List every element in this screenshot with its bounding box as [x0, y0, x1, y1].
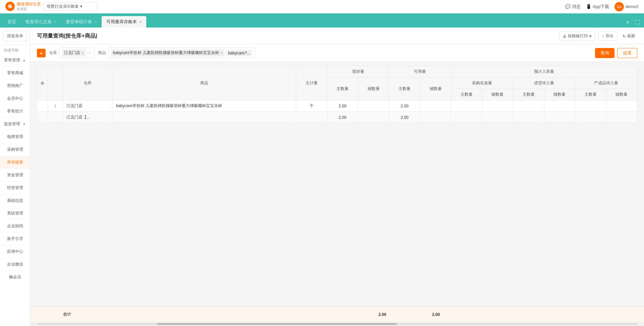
tab-home[interactable]: 首页	[3, 16, 21, 28]
sidebar-search-btn[interactable]: 搜索菜单	[3, 31, 27, 41]
warehouse-tag-close[interactable]: ×	[82, 51, 84, 55]
row-incoming-pending-aux	[544, 100, 575, 112]
th-settings[interactable]: ⚙	[37, 66, 48, 100]
app-download-btn[interactable]: 📱 App下载	[586, 4, 609, 10]
content-area: 可用量查询(按仓库+商品) 🖨 按模板打印 ▾ ↑ 导出 ↻ 刷新 »	[30, 28, 644, 326]
sidebar-item-basic-info[interactable]: 基础信息	[0, 194, 30, 207]
refresh-label: 刷新	[627, 33, 635, 39]
row-warehouse: 江北门店	[63, 100, 112, 112]
query-btn[interactable]: 查询	[595, 48, 614, 58]
filter-actions: 查询 设置	[595, 48, 637, 58]
refresh-icon: ↻	[623, 34, 626, 39]
row-settings[interactable]	[37, 100, 48, 112]
table-container[interactable]: ⚙ 仓库 商品 主计量 现存量 可用量 预计入库量 主数量 辅数量 主数量 辅数…	[30, 62, 644, 306]
export-btn[interactable]: ↑ 导出	[598, 32, 617, 41]
footer-empty-8	[557, 310, 584, 319]
tab-order-stats[interactable]: 要货单统计表 ×	[61, 16, 101, 28]
scrollbar-area[interactable]	[30, 322, 644, 326]
sidebar-item-app-center[interactable]: 应用中心	[0, 245, 30, 258]
footer-empty-5	[476, 310, 503, 319]
main-layout: 搜索菜单 快捷导航 零售管理 ▲ 零售商城 营销推广 会员中心 零售统计 批发管…	[0, 28, 644, 326]
filter-expand-btn[interactable]: »	[37, 49, 46, 57]
template-print-label: 按模板打印	[568, 33, 588, 39]
footer-current-main-qty: 2.00	[369, 310, 396, 319]
tab-inventory-ledger[interactable]: 可用量库存账本 ×	[102, 16, 146, 28]
sidebar-item-retail-stats[interactable]: 零售统计	[0, 105, 30, 118]
tab-inventory-ledger-close[interactable]: ×	[140, 20, 142, 24]
th-purchase-in-transit-aux: 辅数量	[482, 89, 513, 100]
sidebar-item-finance-mgmt[interactable]: 资金管理	[0, 169, 30, 182]
tab-close-all-btn[interactable]: ×	[625, 19, 631, 26]
footer-current-aux-qty	[396, 310, 423, 319]
export-label: 导出	[605, 33, 613, 39]
footer-empty-10	[610, 310, 637, 319]
settings-btn[interactable]: 设置	[617, 48, 637, 58]
th-available-aux-qty: 辅数量	[420, 78, 451, 100]
refresh-btn[interactable]: ↻ 刷新	[621, 32, 637, 40]
row-settings[interactable]	[37, 112, 48, 123]
sidebar-item-retail-mgmt-label: 零售管理	[4, 57, 20, 63]
th-main-unit: 主计量	[296, 66, 327, 100]
th-incoming-pending: 进货待入量	[513, 78, 575, 89]
tab-order-stats-close[interactable]: ×	[95, 20, 97, 24]
row-production-pending-aux	[606, 100, 637, 112]
table-body: 1 江北门店 babycare学饮杯 儿童防摔防撞吸管杯重力球吸嘴杯宝宝水杯 个…	[37, 100, 637, 123]
tab-fullscreen-btn[interactable]: ⛶	[633, 19, 641, 26]
logo-text: 畅捷通好生意	[17, 2, 41, 6]
sidebar-item-retail-mgmt[interactable]: 零售管理 ▲	[0, 54, 30, 67]
sidebar-item-vip-member[interactable]: 畅会员	[0, 271, 30, 284]
row-index	[48, 112, 63, 123]
th-purchase-in-transit: 采购在途量	[451, 78, 513, 89]
message-btn[interactable]: 💬 消息	[565, 4, 581, 10]
sidebar-item-enterprise-wechat[interactable]: 企业微信	[0, 258, 30, 271]
row-incoming-pending-main	[513, 112, 544, 123]
tab-bar: 首页 收发存汇总表 × 要货单统计表 × 可用量库存账本 × × ⛶	[0, 13, 644, 28]
scrollbar-thumb[interactable]	[157, 323, 397, 325]
scrollbar-track[interactable]	[37, 323, 637, 325]
avatar: Ea	[614, 2, 624, 11]
message-icon: 💬	[565, 4, 571, 9]
data-table: ⚙ 仓库 商品 主计量 现存量 可用量 预计入库量 主数量 辅数量 主数量 辅数…	[37, 66, 637, 123]
row-purchase-in-transit-main	[451, 100, 482, 112]
message-label: 消息	[572, 4, 581, 10]
tab-collect-send[interactable]: 收发存汇总表 ×	[21, 16, 61, 28]
th-incoming-pending-aux: 辅数量	[544, 89, 575, 100]
tab-collect-send-close[interactable]: ×	[54, 20, 56, 24]
top-bar: 畅 畅捷通好生意 标准版 母婴行业演示账套 ▾ 💬 消息 📱 App下载 Ea …	[0, 0, 644, 13]
product-filter-label: 商品	[98, 50, 106, 56]
sidebar-item-enterprise-collab[interactable]: 企业协同	[0, 220, 30, 233]
sidebar-item-system-mgmt[interactable]: 系统管理	[0, 207, 30, 220]
sidebar-item-newbie-guide[interactable]: 新手引导	[0, 233, 30, 245]
logo-sub: 标准版	[17, 7, 41, 11]
sidebar-item-ops-mgmt[interactable]: 经营管理	[0, 182, 30, 194]
sidebar-item-marketing[interactable]: 营销推广	[0, 80, 30, 92]
sidebar-item-inventory-check[interactable]: 库存核算	[0, 156, 30, 169]
row-purchase-in-transit-aux	[482, 100, 513, 112]
warehouse-filter-input[interactable]: 江北门店 × ···	[59, 48, 95, 58]
product-tag-0-close[interactable]: ×	[220, 51, 222, 55]
th-warehouse: 仓库	[63, 66, 112, 100]
template-print-btn[interactable]: 🖨 按模板打印 ▾	[559, 32, 595, 41]
warehouse-filter-group: 仓库 江北门店 × ···	[49, 48, 95, 58]
org-selector[interactable]: 母婴行业演示账套 ▾	[44, 2, 97, 11]
footer-table: 合计 2.00 2.00	[37, 310, 637, 319]
filter-bar: » 仓库 江北门店 × ··· 商品 babycare学饮杯 儿童防摔防撞吸管杯…	[30, 44, 644, 62]
footer-available-aux-qty	[449, 310, 476, 319]
user-area[interactable]: Ea demo2	[614, 2, 639, 11]
sidebar-item-member-center[interactable]: 会员中心	[0, 92, 30, 105]
row-main-unit: 个	[296, 100, 327, 112]
row-production-pending-main	[575, 112, 606, 123]
th-index	[48, 66, 63, 100]
row-available-aux-qty	[420, 100, 451, 112]
row-main-unit	[296, 112, 327, 123]
product-filter-input[interactable]: babycare学饮杯 儿童防摔防撞吸管杯重力球吸嘴杯宝宝水杯 × babyca…	[108, 48, 255, 58]
username: demo2	[625, 4, 639, 9]
product-tag-1-value: babycare?...	[228, 51, 250, 55]
sidebar-item-ecommerce-mgmt[interactable]: 电商管理	[0, 131, 30, 143]
sidebar-item-purchase-mgmt[interactable]: 采购管理	[0, 143, 30, 156]
warehouse-more-icon[interactable]: ···	[87, 50, 91, 56]
sidebar-item-retail-mall[interactable]: 零售商城	[0, 67, 30, 80]
sidebar-item-wholesale-mgmt[interactable]: 批发管理 ▼	[0, 118, 30, 131]
th-incoming-pending-main: 主数量	[513, 89, 544, 100]
row-available-main-qty: 2.00	[389, 100, 420, 112]
